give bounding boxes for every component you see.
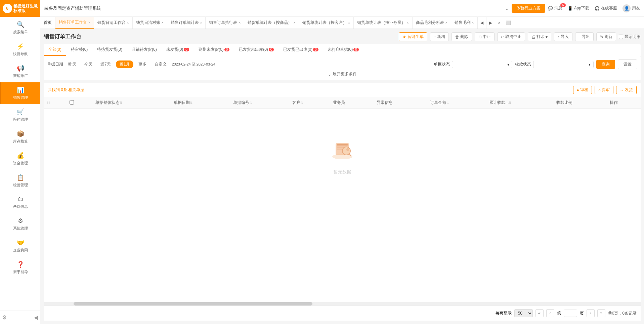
subtab-shipped-not-out[interactable]: 已发货未出库(0)0 [234,44,278,56]
ship-button[interactable]: → 发货 [616,86,637,94]
sort-icon-number[interactable]: ⇅ [249,101,252,105]
col-date[interactable]: 单据日期⇅ [170,97,230,109]
expand-conditions-button[interactable]: ⌄ 展开更多条件 [328,71,357,77]
stop-button[interactable]: ⊙ 中止 [475,32,495,41]
tab-close-cash-goods[interactable]: × [162,21,164,25]
select-all-checkbox[interactable] [70,100,74,105]
sort-icon-status[interactable]: ⇅ [120,101,122,105]
sidebar-item-guide[interactable]: ❓新手引导 [0,257,40,279]
tab-close-sales-profit[interactable]: × [472,21,474,25]
add-button[interactable]: + 新增 [430,32,449,41]
sidebar-item-operation[interactable]: 📋经营管理 [0,170,40,192]
tab-close-goods-stat-staff[interactable]: × [407,21,409,25]
cancel-review-button[interactable]: ○ 弃审 [595,86,613,94]
col-amount[interactable]: 订单金额⇅ [427,97,486,109]
subtab-overdue-not-shipped[interactable]: 到期未发货(0)0 [194,44,234,56]
sidebar-collapse-btn[interactable]: ◀ [34,314,38,321]
query-button[interactable]: 查询 [596,60,615,69]
refresh-button[interactable]: ↻ 刷新 [596,32,616,41]
scroll-thumb[interactable] [74,302,312,306]
payment-select[interactable]: ▾ [533,61,594,68]
sidebar-item-finance[interactable]: 💰资金管理 [0,148,40,170]
date-option-今天[interactable]: 今天 [81,60,95,68]
tab-maximize-btn[interactable]: ⬜ [503,17,514,29]
subtab-not-printed[interactable]: 未打印单据(0)0 [323,44,363,56]
date-option-昨天[interactable]: 昨天 [65,60,79,68]
online-service-link[interactable]: 🎧 在线客服 [595,5,617,11]
col-status[interactable]: 单据整体状态⇅ [92,97,170,109]
date-option-近7天[interactable]: 近7天 [97,60,114,68]
tab-close-sales-order[interactable]: × [88,21,90,24]
tab-close-goods-stat-customer[interactable]: × [348,21,350,25]
col-number[interactable]: 单据编号⇅ [230,97,289,109]
tab-close-goods-stat-product[interactable]: × [293,21,295,25]
status-select[interactable]: ▾ [452,61,512,68]
sidebar-item-inventory[interactable]: 📦库存核算 [0,126,40,148]
sort-icon-date[interactable]: ⇅ [190,101,192,105]
first-page-button[interactable]: « [535,309,544,317]
tab-cash-daily[interactable]: 钱货日清工作台× [94,17,133,29]
tab-sales-stat[interactable]: 销售订单统计表× [167,17,206,29]
topbar-settings-icon[interactable]: ⌄ [505,5,509,11]
review-button[interactable]: ● 审核 [573,86,592,94]
tab-sales-order[interactable]: 销售订单工作台× [55,17,94,29]
page-number-input[interactable]: 1 [564,310,577,317]
sidebar-item-basic[interactable]: 🗂基础信息 [0,192,40,213]
subtab-wangpu-ship[interactable]: 旺铺待发货(0) [127,44,162,56]
subtab-all[interactable]: 全部(0) [44,44,66,56]
subtab-pending-review[interactable]: 待审核(0) [66,44,93,56]
prev-page-button[interactable]: ‹ [546,309,554,317]
sidebar-item-purchase[interactable]: 🛒采购管理 [0,104,40,126]
show-detail-checkbox[interactable]: 显示明细 [619,34,641,40]
app-download-link[interactable]: 📱 App下载 [568,5,589,11]
sidebar-settings-btn[interactable]: ⚙ [2,314,7,321]
tab-gross-profit[interactable]: 商品毛利分析表× [413,17,451,29]
sidebar-item-sales[interactable]: 📊销售管理 [0,82,40,104]
delete-button[interactable]: 🗑 删除 [452,32,472,41]
page-size-select[interactable]: 102050100 [514,309,533,317]
sidebar-item-marketing[interactable]: 📢营销推广 [0,60,40,82]
sidebar-item-enterprise[interactable]: 🤝企业协同 [0,235,40,257]
print-button[interactable]: 🖨 打印 ▾ [528,32,551,41]
tab-goods-stat-staff[interactable]: 销货单统计表（按业务员）× [354,17,413,29]
subtab-shipped-out[interactable]: 已发货已出库(0)0 [278,44,323,56]
tab-close-sales-stat[interactable]: × [200,21,202,25]
tab-close-all-btn[interactable]: × [495,17,503,29]
tab-sales-profit[interactable]: 销售毛利× [451,17,478,29]
message-badge[interactable]: 💬 消息 6 [548,5,562,11]
cancel-stop-button[interactable]: ↩ 取消中止 [497,32,525,41]
tab-sales-exec[interactable]: 销售订单执行表× [206,17,244,29]
horizontal-scrollbar[interactable] [44,302,641,306]
settings-small-button[interactable]: 设置 [618,59,637,69]
sidebar-item-search[interactable]: 🔍搜索菜单 [0,17,40,39]
tab-close-sales-exec[interactable]: × [239,21,241,25]
user-menu[interactable]: 👤 用友 [622,4,640,12]
smart-create-button[interactable]: ★ 智能生单 [399,32,427,41]
tab-goods-stat-product[interactable]: 销货单统计表（按商品）× [244,17,299,29]
next-page-button[interactable]: › [587,309,595,317]
tab-next-btn[interactable]: ▶ [486,17,495,29]
show-detail-input[interactable] [619,35,623,39]
sidebar-item-quick-nav[interactable]: ⚡快捷导航 [0,39,40,60]
tab-close-gross-profit[interactable]: × [445,21,447,25]
date-option-近1月[interactable]: 近1月 [116,60,134,68]
sort-icon-collected[interactable]: ⇅ [509,101,511,105]
tab-home[interactable]: 首页 [40,17,55,29]
subtab-pending-pickup[interactable]: 待拣货发货(0) [92,44,127,56]
tab-prev-btn[interactable]: ◀ [477,17,486,29]
tab-cash-goods[interactable]: 钱货日清对账× [133,17,167,29]
sort-icon-amount[interactable]: ⇅ [446,101,449,105]
col-collected[interactable]: 累计收款...⇅ [486,97,553,109]
tab-close-cash-daily[interactable]: × [127,21,129,25]
col-customer[interactable]: 客户⇅ [289,97,330,109]
sidebar-item-system[interactable]: ⚙系统管理 [0,213,40,235]
sort-icon-customer[interactable]: ⇅ [300,101,303,105]
industry-solution-button[interactable]: 体验行业方案 [512,4,545,13]
subtab-not-shipped[interactable]: 未发货(0)0 [162,44,194,56]
last-page-button[interactable]: » [597,309,605,317]
export-button[interactable]: ↓ 导出 [575,32,594,41]
date-option-自定义[interactable]: 自定义 [152,60,170,68]
import-button[interactable]: ↑ 导入 [554,32,572,41]
tab-goods-stat-customer[interactable]: 销货单统计表（按客户）× [299,17,354,29]
date-option-更多[interactable]: 更多 [135,60,149,68]
